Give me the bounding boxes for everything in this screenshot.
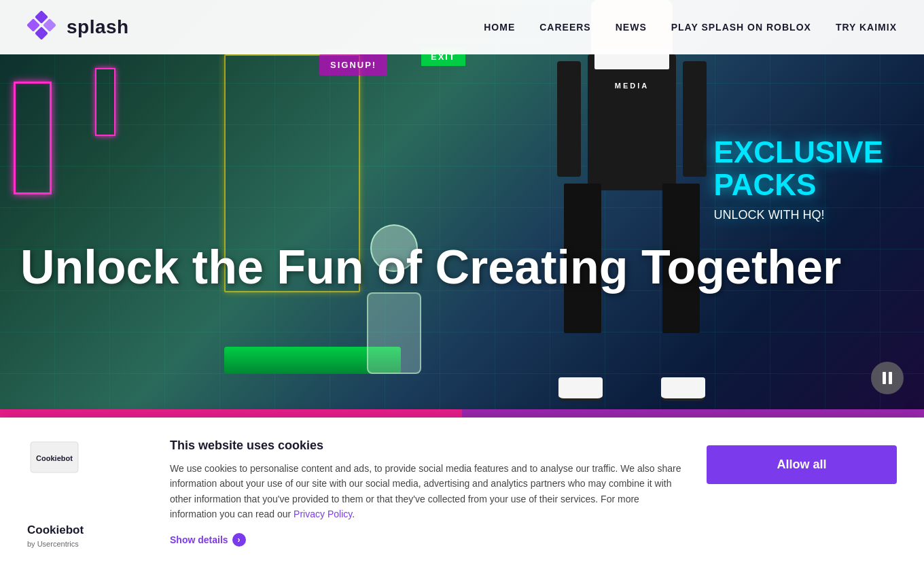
header: splash HOME CAREERS NEWS PLAY SPLASH ON …	[0, 0, 924, 54]
hero-background: SIGNUP! EXIT MEDIA EXCLUSIVE	[0, 0, 924, 415]
character-area: MEDIA	[544, 0, 720, 408]
chevron-right-icon: ›	[232, 533, 246, 547]
pause-bar-right	[889, 372, 892, 384]
char-torso	[588, 54, 676, 190]
cookiebot-logo: Cookiebot by Usercentrics	[27, 523, 84, 548]
exclusive-label: EXCLUSIVE	[714, 136, 883, 169]
neon-decoration-1	[95, 68, 116, 136]
char-shoe-left	[558, 377, 603, 401]
hero-headline: Unlock the Fun of Creating Together	[20, 243, 924, 293]
cookiebot-icon: Cookiebot	[27, 439, 82, 476]
packs-label: PACKS	[714, 169, 883, 201]
cookie-content: This website uses cookies We use cookies…	[170, 439, 686, 547]
cookiebot-branding: Cookiebot Cookiebot by Usercentrics	[27, 439, 149, 548]
cookie-description: We use cookies to personalise content an…	[170, 461, 686, 522]
char-arm-right	[683, 61, 707, 177]
svg-rect-0	[35, 11, 48, 24]
pause-bar-left	[883, 372, 886, 384]
privacy-policy-link[interactable]: Privacy Policy	[294, 509, 352, 519]
pause-button[interactable]	[871, 362, 904, 394]
char-arm-left	[557, 61, 581, 177]
logo-text: splash	[67, 16, 129, 38]
unlock-label: Unlock with HQ!	[714, 209, 883, 222]
allow-all-button[interactable]: Allow all	[707, 445, 897, 484]
signup-sign: SIGNUP!	[319, 54, 387, 75]
svg-rect-2	[43, 18, 56, 32]
splash-logo-icon	[27, 11, 60, 44]
nav-careers[interactable]: CAREERS	[539, 22, 590, 33]
media-label: MEDIA	[615, 82, 649, 90]
cookie-actions: Show details ›	[170, 533, 686, 547]
show-details-button[interactable]: Show details ›	[170, 533, 246, 547]
pause-icon	[883, 372, 892, 384]
cookie-body-end: .	[352, 509, 355, 519]
cookie-cta-area: Allow all	[707, 439, 897, 484]
nav-play-roblox[interactable]: PLAY SPLASH ON ROBLOX	[671, 22, 811, 33]
nav-news[interactable]: NEWS	[616, 22, 647, 33]
exclusive-packs-label: EXCLUSIVE PACKS Unlock with HQ!	[714, 136, 883, 222]
nav-try-kaimix[interactable]: TRY KAIMIX	[836, 22, 897, 33]
svg-rect-1	[27, 18, 40, 32]
logo-area[interactable]: splash	[27, 11, 129, 44]
chibi-body	[367, 292, 421, 374]
char-shoe-right	[661, 377, 705, 401]
svg-rect-3	[35, 27, 48, 40]
gradient-band	[0, 409, 924, 417]
cookiebot-brand-name: Cookiebot	[27, 523, 84, 537]
navigation: HOME CAREERS NEWS PLAY SPLASH ON ROBLOX …	[484, 22, 897, 33]
cookiebot-sub-text: by Usercentrics	[27, 540, 79, 548]
svg-text:Cookiebot: Cookiebot	[36, 454, 73, 462]
cookie-banner: Cookiebot Cookiebot by Usercentrics This…	[0, 417, 924, 584]
cookie-title: This website uses cookies	[170, 439, 686, 453]
show-details-label: Show details	[170, 534, 228, 545]
hero-section: SIGNUP! EXIT MEDIA EXCLUSIVE	[0, 0, 924, 415]
nav-home[interactable]: HOME	[484, 22, 515, 33]
cookie-body-text: We use cookies to personalise content an…	[170, 463, 681, 519]
